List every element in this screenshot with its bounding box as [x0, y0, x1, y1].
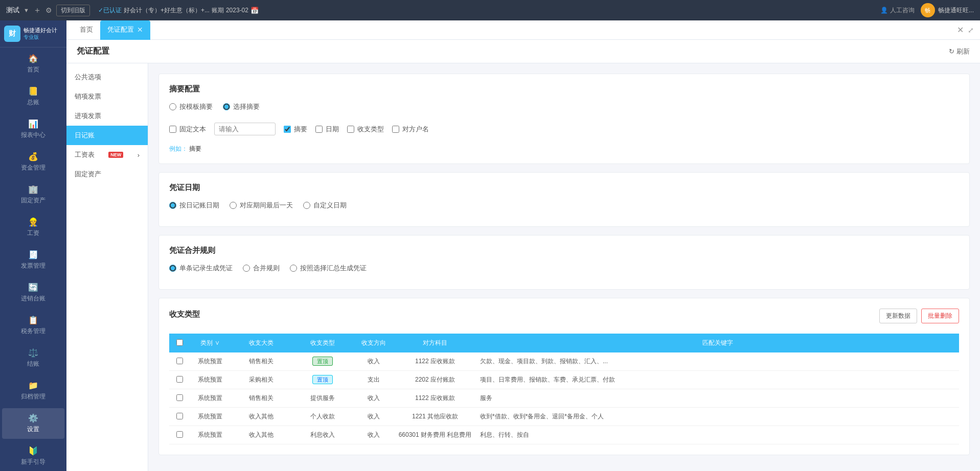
- sidebar-label-home: 首页: [27, 65, 39, 74]
- cell-category: 系统预置: [190, 408, 231, 426]
- select-all-checkbox[interactable]: [176, 339, 183, 346]
- checkbox-income-expense-type[interactable]: 收支类型: [347, 125, 384, 134]
- cell-big-type: 收入其他: [231, 426, 292, 444]
- sidebar-label-invoice: 发票管理: [21, 262, 45, 270]
- fixed-text-input[interactable]: [214, 123, 276, 135]
- col-big-type-header: 收支大类: [231, 334, 292, 352]
- calendar-icon[interactable]: 📅: [250, 7, 259, 14]
- table-row: 系统预置收入其他个人收款收入1221 其他应收款收到*借款、收到*备用金、退回*…: [169, 408, 959, 426]
- sidebar-item-reports[interactable]: 📊 报表中心: [2, 114, 64, 145]
- sidebar-item-purchase-sales[interactable]: 🔄 进销台账: [2, 277, 64, 308]
- window-close-button[interactable]: ✕: [957, 25, 964, 35]
- assets-icon: 🏢: [28, 184, 38, 194]
- pin-tag[interactable]: 置顶: [312, 357, 333, 366]
- cell-direction: 支出: [353, 371, 394, 389]
- cell-keywords: 利息、行转、按自: [476, 426, 959, 444]
- radio-template-summary[interactable]: 按模板摘要: [169, 102, 213, 111]
- pin-tag[interactable]: 置顶: [312, 375, 333, 384]
- home-icon: 🏠: [28, 54, 38, 63]
- table-row: 系统预置收入其他利息收入收入660301 财务费用 利息费用利息、行转、按自: [169, 426, 959, 444]
- refresh-button[interactable]: ↻ 刷新: [949, 47, 970, 56]
- topbar-dropdown-icon[interactable]: ▼: [24, 7, 29, 13]
- row-checkbox-0[interactable]: [176, 358, 183, 364]
- cell-type: 置顶: [292, 352, 353, 371]
- checkbox-counterpart-name[interactable]: 对方户名: [392, 125, 429, 134]
- col-keyword-header: 匹配关键字: [476, 334, 959, 352]
- sidebar-label-purchase-sales: 进销台账: [21, 294, 45, 303]
- left-nav-item-public[interactable]: 公共选项: [66, 67, 148, 87]
- certified-badge: ✓已认证: [98, 6, 122, 15]
- col-category-header: 类别 ∨: [190, 334, 231, 352]
- row-checkbox-1[interactable]: [176, 376, 183, 383]
- radio-select-summary[interactable]: 选择摘要: [223, 102, 260, 111]
- row-checkbox-3[interactable]: [176, 413, 183, 419]
- radio-custom-date[interactable]: 自定义日期: [303, 201, 347, 210]
- sidebar-item-home[interactable]: 🏠 首页: [2, 49, 64, 79]
- row-checkbox-4[interactable]: [176, 431, 183, 438]
- voucher-date-title: 凭证日期: [169, 183, 959, 193]
- sidebar-item-settings[interactable]: ⚙️ 设置: [2, 408, 64, 439]
- tab-voucher-config[interactable]: 凭证配置 ✕: [100, 20, 150, 40]
- checkbox-fixed-text[interactable]: 固定文本: [169, 125, 206, 134]
- left-nav-item-purchase-invoice[interactable]: 进项发票: [66, 106, 148, 126]
- batch-delete-button[interactable]: 批量删除: [921, 309, 959, 323]
- topbar-gear-icon[interactable]: ⚙: [45, 6, 52, 14]
- cell-keywords: 服务: [476, 389, 959, 408]
- cell-keywords: 项目、日常费用、报销款、车费、承兑汇票、付款: [476, 371, 959, 389]
- sidebar-item-guide[interactable]: 🔰 新手引导: [2, 441, 64, 471]
- radio-summary-generate[interactable]: 按照选择汇总生成凭证: [290, 264, 367, 273]
- cell-category: 系统预置: [190, 426, 231, 444]
- left-nav: 公共选项 销项发票 进项发票 日记账 工资表 NEW › 固定资产: [66, 63, 148, 471]
- left-nav-item-sales-invoice[interactable]: 销项发票: [66, 87, 148, 106]
- cell-big-type: 销售相关: [231, 352, 292, 371]
- income-expense-table: 类别 ∨ 收支大类 收支类型 收支方向 对方科目 匹配关键字 系统预置销售相关置…: [169, 334, 959, 444]
- left-nav-item-salary-table[interactable]: 工资表 NEW ›: [66, 145, 148, 164]
- left-nav-item-fixed-assets[interactable]: 固定资产: [66, 164, 148, 184]
- merge-rules-title: 凭证合并规则: [169, 246, 959, 255]
- row-checkbox-2[interactable]: [176, 394, 183, 401]
- radio-merge-rule[interactable]: 合并规则: [243, 264, 280, 273]
- help-button[interactable]: 👤 人工咨询: [880, 6, 915, 15]
- example-text: 例如： 摘要: [169, 145, 959, 153]
- help-icon: 👤: [880, 7, 888, 14]
- topbar-add-icon[interactable]: ＋: [33, 5, 41, 16]
- tab-close-icon[interactable]: ✕: [137, 26, 143, 34]
- left-nav-item-journal[interactable]: 日记账: [66, 126, 148, 145]
- checkbox-summary[interactable]: 摘要: [284, 125, 307, 134]
- cell-category: 系统预置: [190, 352, 231, 371]
- sidebar-label-settings: 设置: [27, 425, 39, 434]
- sidebar-label-salary: 工资: [27, 229, 39, 238]
- sidebar-item-salary[interactable]: 👷 工资: [2, 212, 64, 243]
- cell-category: 系统预置: [190, 371, 231, 389]
- sidebar-label-assets: 固定资产: [21, 196, 45, 205]
- col-direction-header: 收支方向: [353, 334, 394, 352]
- sidebar-item-assets[interactable]: 🏢 固定资产: [2, 179, 64, 210]
- logo-text: 畅捷通好会计 专业版: [24, 27, 57, 41]
- sidebar-label-guide: 新手引导: [21, 458, 45, 466]
- sidebar-item-funds[interactable]: 💰 资金管理: [2, 147, 64, 177]
- cell-direction: 收入: [353, 389, 394, 408]
- update-data-button[interactable]: 更新数据: [879, 309, 917, 323]
- sidebar: 财 畅捷通好会计 专业版 🏠 首页 📒 总账 📊 报表中心 💰 资金管理 🏢 固…: [0, 20, 66, 471]
- radio-last-day[interactable]: 对应期间最后一天: [230, 201, 293, 210]
- period-value: 2023-02: [226, 7, 248, 14]
- window-expand-button[interactable]: ⤢: [968, 25, 974, 35]
- sidebar-item-invoice[interactable]: 🧾 发票管理: [2, 245, 64, 275]
- cell-keywords: 欠款、现金、项目款、到款、报销款、汇入、...: [476, 352, 959, 371]
- funds-icon: 💰: [28, 152, 38, 161]
- cell-direction: 收入: [353, 408, 394, 426]
- sidebar-item-ledger[interactable]: 📒 总账: [2, 81, 64, 112]
- sidebar-label-archive: 归档管理: [21, 392, 45, 401]
- radio-single-record[interactable]: 单条记录生成凭证: [169, 264, 233, 273]
- sidebar-label-tax: 税务管理: [21, 327, 45, 336]
- sidebar-item-tax[interactable]: 📋 税务管理: [2, 310, 64, 341]
- user-menu[interactable]: 畅 畅捷通旺旺...: [921, 3, 974, 17]
- sidebar-item-settlement[interactable]: ⚖️ 结账: [2, 343, 64, 373]
- tab-home[interactable]: 首页: [73, 20, 100, 40]
- checkbox-date[interactable]: 日期: [315, 125, 339, 134]
- sidebar-item-archive[interactable]: 📁 归档管理: [2, 375, 64, 406]
- cell-big-type: 销售相关: [231, 389, 292, 408]
- switch-version-button[interactable]: 切到旧版: [56, 5, 90, 16]
- radio-journal-date[interactable]: 按日记账日期: [169, 201, 219, 210]
- guide-icon: 🔰: [28, 446, 38, 456]
